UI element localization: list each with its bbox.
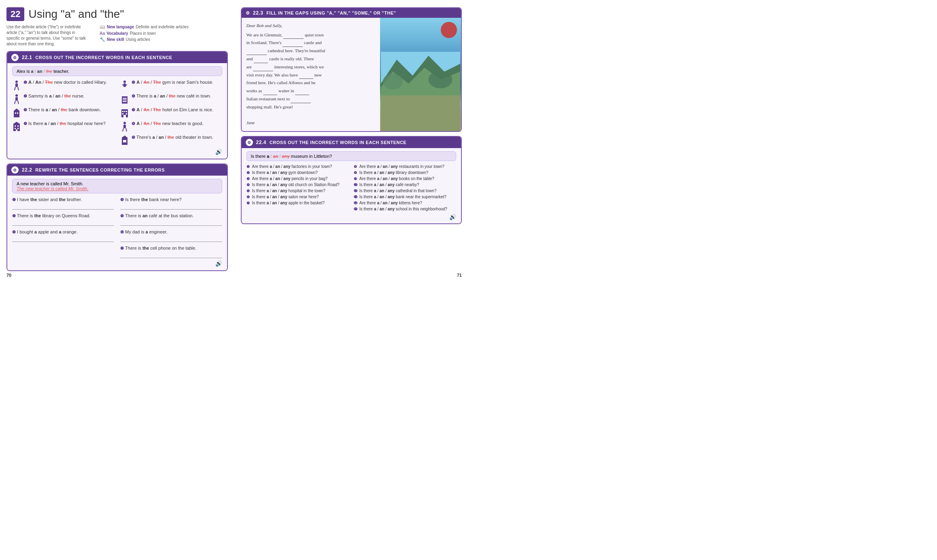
svg-point-4 [15, 94, 18, 97]
svg-rect-9 [15, 112, 16, 114]
hotel-icon-7 [120, 107, 129, 119]
section-22-3-body: Dear Bob and Sally, We are in Glenmuir, … [242, 18, 461, 131]
letter-body: We are in Glenmuir, quiet town in Scotla… [246, 31, 376, 127]
book-icon: 📖 [100, 24, 105, 30]
left-page: 22 Using "a" and "the" Use the definite … [0, 0, 234, 280]
22-1-item-6: ❻ There is a / an / the new café in town… [120, 92, 222, 106]
22-4-item-14: ⓮ Are there a / an / any kittens here? [354, 200, 456, 206]
svg-point-45 [383, 74, 403, 89]
gear-icon-22-1: ⚙ [11, 54, 19, 61]
svg-line-21 [122, 85, 123, 85]
vocabulary-label: Vocabulary [106, 31, 128, 36]
svg-rect-1 [15, 83, 18, 87]
22-1-item-2: ❷ Sammy is a / an / the nurse. [12, 92, 114, 106]
svg-rect-13 [15, 125, 16, 127]
22-1-right-col: ❺ A / An / The gym is near Sam's house. … [120, 78, 222, 155]
svg-rect-40 [123, 140, 126, 142]
svg-rect-24 [123, 98, 127, 99]
audio-icon-22-2[interactable]: 🔊 [120, 260, 222, 267]
22-2-corrected: The new teacher is called Mr. Smith. [17, 186, 218, 191]
section-22-4-header: ⚙ 22.4 CROSS OUT THE INCORRECT WORDS IN … [242, 137, 461, 148]
svg-rect-33 [123, 115, 126, 117]
svg-line-22 [126, 85, 127, 85]
person-icon-8 [120, 121, 129, 132]
22-4-item-9: ❾ Is there a / an / any library downtown… [354, 170, 456, 176]
22-1-item-5: ❺ A / An / The gym is near Sam's house. [120, 78, 222, 92]
svg-rect-28 [122, 111, 123, 112]
svg-line-6 [15, 101, 15, 104]
vocabulary-val: Places in town [130, 31, 156, 36]
audio-icon-22-1[interactable]: 🔊 [120, 148, 222, 155]
22-1-left-col: ❶ A / An / The new doctor is called Hila… [12, 78, 114, 155]
section-22-1-body: Alex is a / an / the teacher. ❶ A / An /… [7, 63, 227, 159]
22-2-original: A new teacher is called Mr. Smith. [17, 181, 218, 186]
svg-rect-25 [123, 100, 127, 100]
svg-rect-31 [122, 113, 123, 115]
22-2-item-2: ❷ There is the library on Queens Road. [12, 212, 114, 219]
svg-point-46 [429, 71, 453, 88]
22-2-line-1 [12, 204, 114, 210]
svg-marker-39 [122, 136, 127, 138]
blank-3 [246, 49, 267, 55]
letter-signature: Jane [246, 120, 255, 125]
22-4-item-10: ❿ Are there a / an / any books on the ta… [354, 176, 456, 182]
svg-rect-32 [126, 113, 127, 115]
blank-6 [299, 73, 313, 79]
22-2-item-1: ❶ I have the sister and the brother. [12, 196, 114, 203]
22-4-item-12: ⓬ Is there a / an / any cathedral in tha… [354, 188, 456, 194]
gear-icon-22-3: ⚙ [246, 11, 250, 16]
new-skill-info: 🔧 New skill Using articles [100, 37, 189, 42]
22-4-item-6: ❻ Is there a / an / any salon near here? [246, 194, 349, 200]
section-22-3: ⚙ 22.3 FILL IN THE GAPS USING "A," "AN,"… [241, 7, 462, 132]
blank-1 [283, 33, 304, 39]
cafe-icon-6 [120, 93, 129, 105]
audio-icon-22-4[interactable]: 🔊 [354, 214, 456, 220]
22-2-line-3 [12, 236, 114, 242]
22-1-item-7: ❼ A / An / The hotel on Elm Lane is nice… [120, 106, 222, 120]
vocab-icon: Aa [100, 31, 105, 36]
section-22-2-header: ⚙ 22.2 REWRITE THE SENTENCES CORRECTING … [7, 164, 227, 176]
22-2-grid: ❶ I have the sister and the brother. ❷ T… [12, 196, 222, 267]
svg-rect-26 [123, 101, 127, 102]
blank-9 [291, 98, 311, 103]
gear-icon-22-2: ⚙ [11, 166, 19, 174]
vocabulary-info: Aa Vocabulary Places in town [100, 31, 189, 36]
svg-rect-30 [126, 111, 127, 112]
22-1-exercise-grid: ❶ A / An / The new doctor is called Hila… [12, 78, 222, 155]
22-2-line-2 [12, 220, 114, 226]
art-an: an [37, 69, 42, 74]
building-icon-4 [12, 121, 21, 132]
postcard-stamp [441, 22, 457, 38]
22-1-item-1-text: A / An / The new doctor is called Hilary… [28, 80, 107, 85]
22-2-left-col: ❶ I have the sister and the brother. ❷ T… [12, 196, 114, 267]
22-4-item-15: ⓯ Is there a / an / any school in this n… [354, 206, 456, 212]
22-2-line-5 [120, 220, 222, 226]
22-2-item-7: ❼ There is the cell phone on the table. [120, 244, 222, 252]
svg-point-0 [15, 81, 18, 83]
blank-2 [283, 41, 303, 47]
right-page: ⚙ 22.3 FILL IN THE GAPS USING "A," "AN,"… [234, 0, 469, 280]
new-language-val: Definite and indefinite articles [136, 25, 189, 29]
new-language-label: New language [107, 25, 134, 29]
22-4-example: Is there a / an / any museum in Littleto… [246, 151, 457, 161]
22-1-item-9: ❾ There's a / an / the old theater in to… [120, 134, 222, 147]
new-language-info: 📖 New language Definite and indefinite a… [100, 24, 189, 30]
22-4-item-13: ⓭ Is there a / an / any bank near the su… [354, 194, 456, 200]
svg-line-2 [15, 87, 15, 90]
svg-point-19 [123, 81, 126, 83]
section-22-4-body: Is there a / an / any museum in Littleto… [242, 148, 461, 223]
section-22-1-title: CROSS OUT THE INCORRECT WORDS IN EACH SE… [35, 55, 172, 60]
chapter-number: 22 [6, 7, 24, 21]
22-2-example: A new teacher is called Mr. Smith. The n… [12, 179, 222, 193]
22-1-item-8: ❽ A / An / The new teacher is good. [120, 120, 222, 134]
art-a: a [31, 69, 33, 74]
svg-line-7 [18, 101, 19, 104]
person-icon-2 [12, 93, 21, 105]
page-num-right: 71 [457, 273, 462, 278]
22-2-line-7 [120, 252, 222, 258]
section-22-2-title: REWRITE THE SENTENCES CORRECTING THE ERR… [35, 168, 165, 172]
22-2-item-6: ❻ My dad is a engineer. [120, 228, 222, 235]
skill-icon: 🔧 [100, 37, 105, 42]
new-skill-label: New skill [107, 37, 124, 42]
22-2-line-6 [120, 236, 222, 242]
